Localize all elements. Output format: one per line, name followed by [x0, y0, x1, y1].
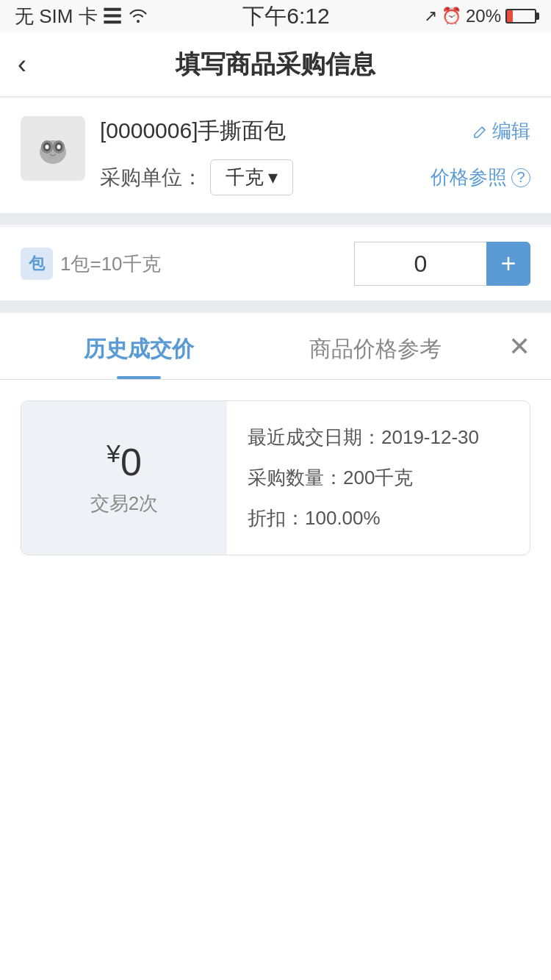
svg-point-6 [57, 145, 61, 149]
status-left: 无 SIM 卡 ☰ [15, 4, 148, 29]
product-id: [0000006] [100, 118, 198, 143]
page-title: 填写商品采购信息 [176, 48, 375, 82]
section-divider [0, 213, 551, 225]
unit-info: 包 1包=10千克 [21, 248, 161, 280]
price-ref-button[interactable]: 价格参照 ? [431, 165, 530, 190]
quantity-row: 包 1包=10千克 + [0, 226, 551, 300]
product-name-row: [0000006]手撕面包 编辑 [100, 116, 530, 146]
tab-close-button[interactable]: ✕ [494, 319, 530, 375]
history-times: 交易2次 [90, 491, 158, 516]
content-area: ¥0 交易2次 最近成交日期：2019-12-30 采购数量：200千克 折扣：… [0, 380, 551, 576]
history-discount: 折扣：100.00% [248, 504, 509, 533]
history-price: ¥0 [107, 439, 142, 484]
nav-bar: ‹ 填写商品采购信息 [0, 32, 551, 97]
section-divider-2 [0, 300, 551, 312]
battery-icon [505, 9, 536, 24]
tab-history-price[interactable]: 历史成交价 [21, 314, 257, 379]
product-info: [0000006]手撕面包 编辑 采购单位： 千克 ▾ [100, 116, 530, 195]
history-date: 最近成交日期：2019-12-30 [248, 423, 509, 452]
product-card: [0000006]手撕面包 编辑 采购单位： 千克 ▾ [0, 98, 551, 213]
purchase-unit-label: 采购单位： [100, 164, 203, 192]
battery-percent: 20% [466, 6, 501, 26]
quantity-plus-button[interactable]: + [486, 242, 530, 286]
dropdown-arrow-icon: ▾ [268, 166, 278, 189]
tab-header: 历史成交价 商品价格参考 ✕ [0, 314, 551, 380]
edit-button[interactable]: 编辑 [472, 118, 530, 144]
tab-product-price-ref[interactable]: 商品价格参考 [257, 314, 494, 379]
svg-point-5 [46, 145, 49, 149]
purchase-row: 采购单位： 千克 ▾ 价格参照 ? [100, 159, 530, 195]
history-right-panel: 最近成交日期：2019-12-30 采购数量：200千克 折扣：100.00% [227, 401, 530, 555]
history-qty: 采购数量：200千克 [248, 464, 509, 492]
quantity-input[interactable] [354, 242, 486, 286]
unit-badge: 包 [21, 248, 53, 280]
product-header: [0000006]手撕面包 编辑 采购单位： 千克 ▾ [21, 116, 530, 195]
product-title: 手撕面包 [198, 118, 286, 143]
back-button[interactable]: ‹ [18, 49, 26, 80]
history-card: ¥0 交易2次 最近成交日期：2019-12-30 采购数量：200千克 折扣：… [21, 400, 530, 555]
purchase-unit-section: 采购单位： 千克 ▾ [100, 159, 293, 195]
location-icon: ↗ [424, 7, 437, 26]
wifi-icon [128, 5, 148, 28]
yen-sign: ¥ [107, 439, 120, 467]
bottom-space [0, 576, 551, 980]
status-right: ↗ ⏰ 20% [424, 6, 536, 26]
status-bar: 无 SIM 卡 ☰ 下午6:12 ↗ ⏰ 20% [0, 0, 551, 32]
status-time: 下午6:12 [242, 1, 329, 32]
unit-conversion: 1包=10千克 [60, 251, 161, 277]
tab-panel: 历史成交价 商品价格参考 ✕ ¥0 交易2次 最近成交日期：2019-12-30… [0, 314, 551, 576]
product-image [21, 116, 85, 181]
no-sim-label: 无 SIM 卡 ☰ [15, 4, 122, 29]
quantity-control: + [354, 242, 530, 286]
alarm-icon: ⏰ [442, 7, 461, 26]
history-left-panel: ¥0 交易2次 [21, 401, 227, 555]
unit-select[interactable]: 千克 ▾ [210, 159, 293, 195]
product-name: [0000006]手撕面包 [100, 116, 286, 146]
help-icon: ? [511, 168, 530, 187]
